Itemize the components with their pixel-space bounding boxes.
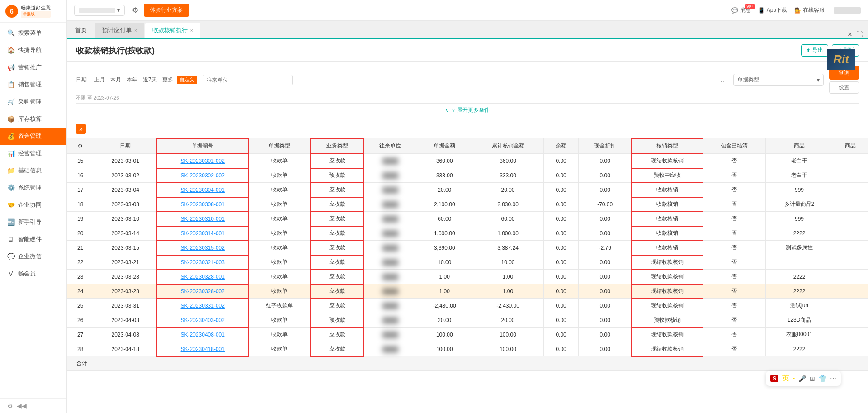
row-balance: 0.00 xyxy=(544,154,579,168)
message-btn[interactable]: 💬 消息 99+ xyxy=(731,6,751,14)
close-window-btn[interactable]: ✕ xyxy=(847,31,853,38)
ime-shirt-btn[interactable]: 👕 xyxy=(819,375,826,382)
sidebar-item-marketing[interactable]: 📢营销推广 xyxy=(0,59,66,76)
sidebar-item-enterprise[interactable]: 🤝企业协同 xyxy=(0,196,66,214)
table-container[interactable]: ⚙ 日期 单据编号 单据类型 业务类型 往来单位 单据金额 累计核销金额 余额 … xyxy=(67,138,868,413)
sidebar-item-finance[interactable]: 💰资金管理 xyxy=(0,128,66,145)
tab-receipt[interactable]: 收款核销执行 × xyxy=(145,23,200,38)
doc-no-link[interactable]: SK-20230301-002 xyxy=(181,158,225,164)
ime-s-btn[interactable]: S xyxy=(770,375,779,382)
row-verified: 1.00 xyxy=(472,284,543,299)
app-download-btn[interactable]: 📱 App下载 xyxy=(758,6,787,14)
doc-type-select[interactable]: 单据类型 ▾ xyxy=(733,74,824,86)
sidebar-label-hardware: 智能硬件 xyxy=(18,235,42,243)
row-goods1: 999 xyxy=(765,212,833,226)
toolbar-expand-btn[interactable]: » xyxy=(76,124,86,134)
date-more[interactable]: 更多 xyxy=(160,75,175,85)
export-btn[interactable]: ⬆ 导出 xyxy=(801,44,828,57)
collapse-icon[interactable]: ◀◀ xyxy=(17,402,27,409)
row-goods2 xyxy=(833,313,868,328)
col-balance: 余额 xyxy=(544,138,579,154)
tab-controls: ✕ ⛶ xyxy=(847,31,868,38)
doc-no-link[interactable]: SK-20230331-002 xyxy=(181,303,225,309)
sidebar-item-search[interactable]: 🔍搜索菜单 xyxy=(0,24,66,42)
custom-date-btn[interactable]: 自定义 xyxy=(177,76,197,84)
date-last-month[interactable]: 上月 xyxy=(92,75,107,85)
row-discount: 0.00 xyxy=(578,313,632,328)
sidebar-item-system[interactable]: ⚙️系统管理 xyxy=(0,179,66,196)
row-balance: 0.00 xyxy=(544,284,579,299)
workspace-dropdown[interactable]: ▾ xyxy=(74,5,125,16)
partner-blurred: ████ xyxy=(382,274,398,280)
sidebar-item-operation[interactable]: 📊经营管理 xyxy=(0,145,66,162)
row-doc-type: 收款单 xyxy=(248,183,311,197)
expand-more-btn[interactable]: ∨ ∨ 展开更多条件 xyxy=(76,104,859,117)
sidebar-item-sales[interactable]: 📋销售管理 xyxy=(0,76,66,93)
settings-icon[interactable]: ⚙ xyxy=(7,402,13,409)
maximize-btn[interactable]: ⛶ xyxy=(856,31,863,38)
table-row: 21 2023-03-15 SK-20230315-002 收款单 应收款 ██… xyxy=(67,241,868,255)
doc-no-link[interactable]: SK-20230408-001 xyxy=(181,332,225,338)
ime-eng-btn[interactable]: 英 xyxy=(782,374,789,383)
col-included: 包含已结清 xyxy=(703,138,765,154)
date-7days[interactable]: 近7天 xyxy=(141,75,159,85)
online-service-btn[interactable]: 💁 在线客服 xyxy=(794,6,825,14)
row-goods1: 2222 xyxy=(765,226,833,241)
row-verified: 3,387.24 xyxy=(472,241,543,255)
trial-btn[interactable]: 体验行业方案 xyxy=(144,4,189,17)
partner-input[interactable] xyxy=(203,75,293,85)
row-biz-type: 应收款 xyxy=(311,154,364,168)
row-verify-type: 现结收款核销 xyxy=(632,328,703,342)
sidebar-item-guide[interactable]: 🆕新手引导 xyxy=(0,214,66,231)
ime-grid-btn[interactable]: ⊞ xyxy=(810,375,815,382)
row-biz-type: 预收款 xyxy=(311,313,364,328)
doc-no-link[interactable]: SK-20230418-001 xyxy=(181,346,225,352)
sidebar-item-inventory[interactable]: 📦库存核算 xyxy=(0,110,66,128)
doc-no-link[interactable]: SK-20230304-001 xyxy=(181,187,225,193)
row-date: 2023-03-28 xyxy=(94,284,157,299)
doc-no-link[interactable]: SK-20230328-001 xyxy=(181,274,225,280)
row-date: 2023-03-21 xyxy=(94,255,157,270)
row-date: 2023-03-15 xyxy=(94,241,157,255)
doc-no-link[interactable]: SK-20230310-001 xyxy=(181,216,225,222)
sidebar-item-wechat[interactable]: 💬企业微信 xyxy=(0,248,66,265)
sidebar-item-basic[interactable]: 📁基础信息 xyxy=(0,162,66,179)
sidebar-item-quicknav[interactable]: 🏠快捷导航 xyxy=(0,42,66,59)
row-balance: 0.00 xyxy=(544,313,579,328)
sidebar-item-purchase[interactable]: 🛒采购管理 xyxy=(0,93,66,110)
date-this-year[interactable]: 本年 xyxy=(125,75,139,85)
gear-icon[interactable]: ⚙ xyxy=(132,6,138,14)
doc-no-link[interactable]: SK-20230403-002 xyxy=(181,317,225,323)
row-goods2 xyxy=(833,255,868,270)
row-biz-type: 应收款 xyxy=(311,328,364,342)
tab-prepay[interactable]: 预计应付单 × xyxy=(95,23,144,38)
wechat-icon: 💬 xyxy=(7,253,14,260)
row-doc-no: SK-20230314-001 xyxy=(157,226,248,241)
doc-no-link[interactable]: SK-20230321-003 xyxy=(181,259,225,266)
sidebar-item-hardware[interactable]: 🖥智能硬件 xyxy=(0,231,66,248)
col-settings[interactable]: ⚙ xyxy=(67,138,94,154)
row-doc-no: SK-20230328-001 xyxy=(157,270,248,284)
filter-dots[interactable]: ... xyxy=(721,77,728,83)
doc-no-link[interactable]: SK-20230328-002 xyxy=(181,288,225,294)
row-no: 23 xyxy=(67,270,94,284)
doc-no-link[interactable]: SK-20230308-001 xyxy=(181,201,225,208)
table-row: 22 2023-03-21 SK-20230321-003 收款单 应收款 ██… xyxy=(67,255,868,270)
logo-icon: 6 xyxy=(5,5,18,18)
receipt-tab-close[interactable]: × xyxy=(190,28,193,33)
prepay-tab-close[interactable]: × xyxy=(134,28,137,33)
row-discount: 0.00 xyxy=(578,299,632,313)
date-this-month[interactable]: 本月 xyxy=(108,75,123,85)
doc-no-link[interactable]: SK-20230314-001 xyxy=(181,230,225,237)
ime-mic-btn[interactable]: 🎤 xyxy=(798,375,806,382)
partner-blurred: ████ xyxy=(382,172,398,179)
settings-btn[interactable]: 设置 xyxy=(829,81,859,94)
sales-icon: 📋 xyxy=(7,81,14,88)
tab-home[interactable]: 首页 xyxy=(68,23,94,38)
row-biz-type: 应收款 xyxy=(311,299,364,313)
sidebar-item-member[interactable]: V畅会员 xyxy=(0,265,66,282)
partner-blurred: ████ xyxy=(382,346,398,352)
doc-no-link[interactable]: SK-20230315-002 xyxy=(181,245,225,251)
doc-no-link[interactable]: SK-20230302-002 xyxy=(181,172,225,179)
ime-apps-btn[interactable]: ⋯ xyxy=(830,375,836,382)
